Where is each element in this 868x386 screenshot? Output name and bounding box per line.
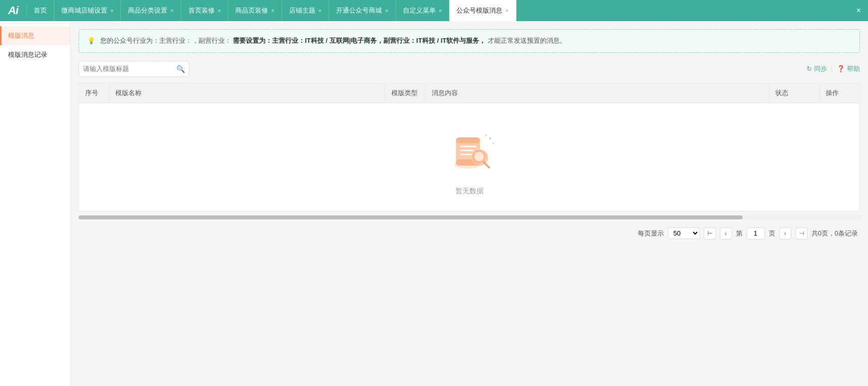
tab-template-msg[interactable]: 公众号模版消息 × <box>449 0 516 21</box>
tab-close-open-mall[interactable]: × <box>385 8 388 14</box>
current-page-input[interactable] <box>747 227 765 240</box>
tab-label-template-msg: 公众号模版消息 <box>456 6 502 15</box>
sync-label: 同步 <box>814 64 827 73</box>
help-label: 帮助 <box>847 64 860 73</box>
prev-page-button[interactable]: ‹ <box>720 227 732 240</box>
help-button[interactable]: ❓ 帮助 <box>837 64 860 73</box>
tab-close-micro-shop[interactable]: × <box>110 8 113 14</box>
page-size-select[interactable]: 502010 <box>668 227 700 239</box>
tab-close-product-category[interactable]: × <box>170 8 173 14</box>
svg-point-11 <box>492 142 494 144</box>
tab-label-open-mall: 开通公众号商城 <box>336 6 382 15</box>
col-type: 模版类型 <box>385 83 426 103</box>
search-input[interactable] <box>83 65 176 72</box>
page-mid-label: 页 <box>769 229 775 238</box>
tab-label-product-category: 商品分类设置 <box>128 6 167 15</box>
tab-label-home: 首页 <box>34 6 47 15</box>
tab-close-custom-menu[interactable]: × <box>439 8 442 14</box>
notice-highlight: 需要设置为：主营行业：IT科技 / 互联网|电子商务，副营行业：IT科技 / I… <box>233 37 486 44</box>
tab-micro-shop[interactable]: 微商城店铺设置 × <box>54 0 121 21</box>
page-pre-label: 第 <box>736 229 743 238</box>
pagination: 每页显示 502010 ⊢ ‹ 第 页 › ⊣ 共0页，0条记录 <box>79 223 860 244</box>
notice-suffix: 才能正常发送预置的消息。 <box>488 37 566 44</box>
horizontal-scrollbar[interactable] <box>79 215 860 219</box>
empty-illustration <box>442 123 497 179</box>
tab-close-shop-theme[interactable]: × <box>318 8 321 14</box>
tab-open-mall[interactable]: 开通公众号商城 × <box>329 0 395 21</box>
toolbar-divider: | <box>831 65 833 72</box>
col-content: 消息内容 <box>426 83 769 103</box>
tab-label-micro-shop: 微商城店铺设置 <box>61 6 107 15</box>
tab-close-product-decor[interactable]: × <box>271 8 274 14</box>
col-index: 序号 <box>79 83 109 103</box>
content-area: 💡 您的公众号行业为：主营行业：，副营行业： 需要设置为：主营行业：IT科技 /… <box>71 21 868 386</box>
main-layout: 模版消息模版消息记录 💡 您的公众号行业为：主营行业：，副营行业： 需要设置为：… <box>0 21 868 386</box>
app-logo: Ai <box>0 4 27 17</box>
col-action: 操作 <box>820 83 860 103</box>
col-status: 状态 <box>769 83 820 103</box>
notice-box: 💡 您的公众号行业为：主营行业：，副营行业： 需要设置为：主营行业：IT科技 /… <box>79 29 860 53</box>
search-icon[interactable]: 🔍 <box>176 65 185 73</box>
tab-product-category[interactable]: 商品分类设置 × <box>121 0 181 21</box>
notice-icon: 💡 <box>87 37 95 44</box>
notice-prefix: 您的公众号行业为：主营行业：，副营行业： <box>100 37 231 44</box>
svg-line-9 <box>484 162 489 168</box>
next-page-button[interactable]: › <box>779 227 791 240</box>
svg-rect-2 <box>456 137 480 143</box>
total-label: 共0页，0条记录 <box>812 229 858 238</box>
tab-home[interactable]: 首页 <box>27 0 54 21</box>
scroll-thumb[interactable] <box>79 215 743 219</box>
help-icon: ❓ <box>837 65 845 72</box>
svg-point-10 <box>489 137 491 139</box>
sidebar-item-template-message[interactable]: 模版消息 <box>0 26 70 45</box>
search-bar: 🔍 ↻ 同步 | ❓ 帮助 <box>79 61 860 77</box>
tab-close-home-decor[interactable]: × <box>218 8 221 14</box>
close-all-button[interactable]: × <box>849 6 868 15</box>
toolbar-right: ↻ 同步 | ❓ 帮助 <box>807 64 860 73</box>
tab-bar: Ai 首页微商城店铺设置 ×商品分类设置 ×首页装修 ×商品页装修 ×店铺主题 … <box>0 0 868 21</box>
tab-shop-theme[interactable]: 店铺主题 × <box>282 0 329 21</box>
table-wrap: 序号模版名称模版类型消息内容状态操作 <box>79 83 860 211</box>
tab-product-decor[interactable]: 商品页装修 × <box>228 0 282 21</box>
first-page-button[interactable]: ⊢ <box>704 227 716 240</box>
empty-text: 暂无数据 <box>455 187 484 196</box>
tab-home-decor[interactable]: 首页装修 × <box>181 0 228 21</box>
last-page-button[interactable]: ⊣ <box>795 227 808 240</box>
svg-point-12 <box>485 134 487 136</box>
tab-label-home-decor: 首页装修 <box>188 6 215 15</box>
empty-state: 暂无数据 <box>79 103 859 211</box>
data-table: 序号模版名称模版类型消息内容状态操作 <box>79 83 860 211</box>
search-input-wrap: 🔍 <box>79 61 189 77</box>
svg-point-8 <box>474 151 485 162</box>
tab-label-shop-theme: 店铺主题 <box>289 6 315 15</box>
page-size-label: 每页显示 <box>638 229 664 238</box>
tab-custom-menu[interactable]: 自定义菜单 × <box>396 0 449 21</box>
sync-button[interactable]: ↻ 同步 <box>807 64 827 73</box>
sidebar-item-template-message-log[interactable]: 模版消息记录 <box>0 45 70 64</box>
tab-close-template-msg[interactable]: × <box>505 8 508 14</box>
tab-label-product-decor: 商品页装修 <box>235 6 268 15</box>
col-name: 模版名称 <box>109 83 385 103</box>
tab-label-custom-menu: 自定义菜单 <box>403 6 436 15</box>
sync-icon: ↻ <box>807 65 812 72</box>
sidebar: 模版消息模版消息记录 <box>0 21 71 386</box>
empty-row: 暂无数据 <box>79 103 860 211</box>
